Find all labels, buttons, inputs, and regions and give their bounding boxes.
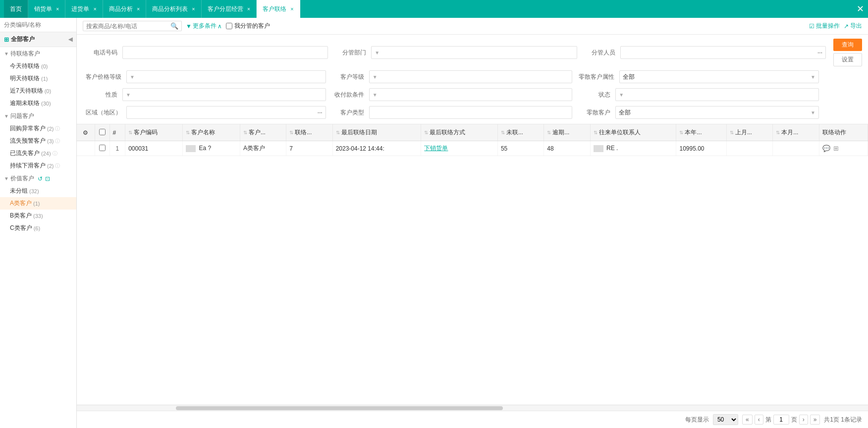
- nav-tab-product-list[interactable]: 商品分析列表 ×: [146, 0, 201, 18]
- col-contact[interactable]: ⇅ 联络...: [286, 124, 332, 141]
- row-no-contact: 55: [497, 141, 543, 156]
- contact-action-icon[interactable]: 💬: [822, 145, 830, 152]
- nature-dropdown[interactable]: ▼: [122, 88, 326, 101]
- row-last-method: 下销货单: [421, 141, 498, 156]
- customer-level-label: 客户等级: [332, 73, 367, 81]
- col-last-method[interactable]: ⇅ 最后联络方式: [421, 124, 498, 141]
- row-unit-contact-value: RE .: [606, 145, 618, 152]
- sidebar-group-problem[interactable]: ▼ 问题客户: [0, 109, 76, 122]
- price-level-arrow-icon: ▼: [130, 74, 135, 80]
- col-index: #: [109, 124, 125, 141]
- sidebar-item-repurchase-abnormal[interactable]: 回购异常客户 (2) ⓘ: [0, 122, 76, 135]
- close-sales-icon[interactable]: ×: [56, 6, 59, 12]
- sidebar-item-churn-warning[interactable]: 流失预警客户 (3) ⓘ: [0, 135, 76, 147]
- nav-tab-product-analysis[interactable]: 商品分析 ×: [103, 0, 146, 18]
- col-select-all[interactable]: [95, 124, 109, 141]
- close-purchase-icon[interactable]: ×: [93, 6, 96, 12]
- main-search-input[interactable]: [86, 23, 168, 30]
- my-customers-wrap[interactable]: 我分管的客户: [226, 22, 270, 30]
- problem-group-label: 问题客户: [10, 112, 34, 120]
- sidebar-item-tomorrow-pending[interactable]: 明天待联络 (1): [0, 72, 76, 85]
- close-product-list-icon[interactable]: ×: [192, 6, 195, 12]
- col-no-contact[interactable]: ⇅ 未联...: [497, 124, 543, 141]
- overdue-pending-count: (30): [41, 101, 51, 107]
- sort-icon-name: ⇅: [186, 130, 190, 135]
- row-index-value: 1: [115, 145, 119, 152]
- col-overdue[interactable]: ⇅ 逾期...: [544, 124, 590, 141]
- region-input[interactable]: ···: [126, 106, 326, 119]
- nav-tab-customer-contact[interactable]: 客户联络 ×: [257, 0, 300, 18]
- my-customers-checkbox[interactable]: [226, 23, 232, 29]
- more-conditions-btn[interactable]: ▼ 更多条件 ∧: [186, 22, 222, 30]
- row-name: Ea ?: [183, 141, 240, 156]
- col-last-month[interactable]: ⇅ 上月...: [726, 124, 772, 141]
- sidebar-group-pending[interactable]: ▼ 待联络客户: [0, 47, 76, 60]
- value-refresh-icon[interactable]: ↺: [38, 175, 43, 182]
- table-header-row: ⚙ # ⇅ 客户编码: [77, 124, 868, 141]
- row-last-method-value[interactable]: 下销货单: [424, 145, 448, 152]
- retail-customer-dropdown[interactable]: 全部 ▼: [615, 106, 819, 119]
- batch-operation-btn[interactable]: ☑ 批量操作: [809, 22, 840, 30]
- no-contact-header: 未联...: [506, 128, 523, 137]
- sidebar-item-ungrouped[interactable]: 未分组 (32): [0, 185, 76, 197]
- sidebar-item-today-pending[interactable]: 今天待联络 (0): [0, 60, 76, 72]
- sidebar-item-churned[interactable]: 已流失客户 (24) ⓘ: [0, 147, 76, 160]
- sidebar-item-class-b[interactable]: B类客户 (33): [0, 210, 76, 222]
- select-all-checkbox[interactable]: [99, 129, 106, 135]
- settings-button[interactable]: 设置: [833, 53, 862, 66]
- col-this-month[interactable]: ⇅ 本月...: [773, 124, 819, 141]
- sidebar-item-overdue-pending[interactable]: 逾期未联络 (30): [0, 97, 76, 109]
- sidebar-item-class-a[interactable]: A类客户 (1): [0, 197, 76, 210]
- col-unit-contact[interactable]: ⇅ 往来单位联系人: [590, 124, 676, 141]
- sidebar-group-value[interactable]: ▼ 价值客户 ↺ ⊡: [0, 172, 76, 185]
- repurchase-count: (2): [47, 126, 54, 132]
- main-search-icon[interactable]: 🔍: [170, 22, 178, 30]
- value-settings-icon[interactable]: ⊡: [45, 175, 50, 182]
- close-all-tabs-icon[interactable]: ✕: [857, 3, 864, 14]
- sidebar-item-class-c[interactable]: C类客户 (6): [0, 222, 76, 234]
- scrollbar-thumb[interactable]: [176, 406, 503, 410]
- col-type[interactable]: ⇅ 客户...: [240, 124, 286, 141]
- payment-dropdown[interactable]: ▼: [369, 88, 573, 101]
- close-customer-segment-icon[interactable]: ×: [247, 6, 250, 12]
- prev-page-btn[interactable]: ‹: [755, 415, 763, 425]
- col-code[interactable]: ⇅ 客户编码: [125, 124, 183, 141]
- nav-tab-customer-segment[interactable]: 客户分层经营 ×: [202, 0, 257, 18]
- close-customer-contact-icon[interactable]: ×: [290, 6, 293, 12]
- query-button[interactable]: 查询: [833, 39, 862, 51]
- next-page-btn[interactable]: ›: [799, 415, 808, 425]
- phone-input[interactable]: [122, 46, 328, 59]
- page-label: 第: [765, 416, 771, 424]
- customer-level-dropdown[interactable]: ▼: [369, 70, 573, 83]
- nav-tab-purchase[interactable]: 进货单 ×: [65, 0, 103, 18]
- row-checkbox[interactable]: [99, 145, 106, 151]
- col-this-year[interactable]: ⇅ 本年...: [676, 124, 726, 141]
- qr-action-icon[interactable]: ⊞: [833, 145, 839, 152]
- col-last-date[interactable]: ⇅ 最后联络日期: [332, 124, 421, 141]
- row-contact: 7: [286, 141, 332, 156]
- page-number-input[interactable]: [773, 415, 789, 425]
- col-gear[interactable]: ⚙: [77, 124, 95, 141]
- horizontal-scrollbar[interactable]: [77, 405, 868, 411]
- last-page-btn[interactable]: »: [810, 415, 820, 425]
- sidebar-item-7day-pending[interactable]: 近7天待联络 (0): [0, 85, 76, 97]
- all-customers-header[interactable]: ⊞ 全部客户 ◀: [0, 32, 76, 47]
- customer-type-input[interactable]: [369, 106, 573, 119]
- person-dots-icon: ···: [817, 49, 822, 56]
- col-name[interactable]: ⇅ 客户名称: [183, 124, 240, 141]
- first-page-btn[interactable]: «: [742, 415, 753, 425]
- status-dropdown[interactable]: ▼: [615, 88, 819, 101]
- sidebar-search-input[interactable]: [4, 21, 77, 28]
- sidebar-item-declining[interactable]: 持续下滑客户 (2) ⓘ: [0, 160, 76, 172]
- price-level-dropdown[interactable]: ▼: [126, 70, 326, 83]
- nav-tab-sales[interactable]: 销货单 ×: [28, 0, 65, 18]
- collapse-sidebar-icon[interactable]: ◀: [68, 36, 72, 43]
- retail-attr-dropdown[interactable]: 全部 ▼: [619, 70, 819, 83]
- class-b-count: (33): [33, 213, 43, 219]
- person-input[interactable]: ···: [620, 46, 826, 59]
- close-product-analysis-icon[interactable]: ×: [137, 6, 140, 12]
- dept-dropdown[interactable]: ▼: [371, 46, 577, 59]
- per-page-select[interactable]: 50 100 200: [713, 414, 738, 425]
- export-btn[interactable]: ↗ 导出: [844, 22, 862, 30]
- nav-tab-home[interactable]: 首页: [4, 0, 28, 18]
